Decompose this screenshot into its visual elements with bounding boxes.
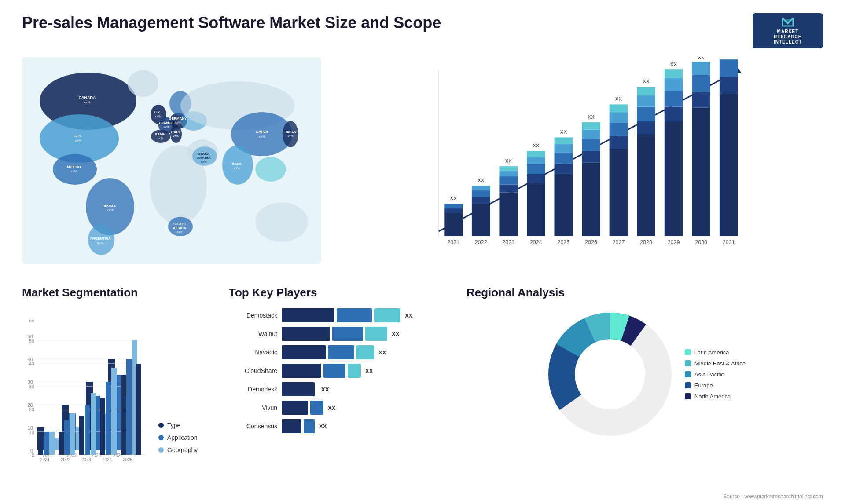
svg-text:GERMANY: GERMANY (169, 117, 187, 121)
player-value: XX (365, 368, 373, 374)
players-list: Demostack XX Walnut XX (229, 308, 449, 433)
player-value: XX (392, 331, 399, 337)
svg-rect-130 (720, 59, 738, 77)
svg-text:2026: 2026 (585, 239, 597, 245)
svg-point-24 (283, 121, 298, 147)
svg-rect-125 (692, 62, 710, 75)
bar-segment-dark (282, 382, 315, 396)
legend-label-geography: Geography (167, 446, 198, 453)
svg-text:SOUTH: SOUTH (173, 222, 186, 226)
bar-segment-dark (282, 364, 321, 378)
key-players-title: Top Key Players (229, 286, 449, 299)
legend-dot-application (158, 435, 164, 440)
player-name: Demodesk (229, 386, 277, 393)
svg-text:10: 10 (29, 430, 34, 435)
svg-rect-115 (665, 121, 683, 236)
player-bar-container: XX (282, 308, 449, 322)
svg-rect-102 (610, 136, 628, 149)
svg-rect-96 (582, 139, 600, 151)
player-name: Consensus (229, 423, 277, 430)
svg-rect-178 (49, 432, 55, 455)
svg-rect-177 (44, 436, 49, 455)
svg-text:xx%: xx% (258, 135, 265, 139)
table-row: Navattic XX (229, 345, 449, 359)
svg-rect-90 (555, 144, 573, 153)
svg-rect-75 (499, 176, 518, 185)
svg-text:2024: 2024 (102, 457, 112, 462)
growth-chart-svg: XX 2021 XX 2022 XX 2023 (339, 57, 823, 273)
player-name: Vivun (229, 404, 277, 411)
player-bar-container: XX (282, 419, 449, 433)
bar-segment-light (356, 345, 374, 359)
svg-rect-193 (126, 359, 132, 455)
bar-chart-area: XX 2021 XX 2022 XX 2023 (339, 57, 823, 273)
logo-box: MARKET RESEARCH INTELLECT (753, 13, 823, 48)
player-bar-container: XX (282, 364, 449, 378)
legend-label-type: Type (167, 422, 180, 429)
bar-segment-dark (282, 419, 301, 433)
svg-rect-188 (100, 398, 105, 455)
svg-rect-74 (499, 185, 518, 193)
svg-text:2021: 2021 (40, 457, 50, 462)
svg-rect-176 (38, 443, 43, 455)
svg-rect-88 (555, 164, 573, 174)
bar-segment-mid (337, 308, 372, 322)
bar-segment-light (374, 308, 400, 322)
segmentation-title: Market Segmentation (22, 286, 211, 299)
svg-rect-116 (665, 107, 683, 121)
legend-dot-geography (158, 447, 164, 453)
legend-item-apac: Asia Pacific (685, 371, 746, 378)
svg-rect-103 (610, 123, 628, 136)
svg-text:SAUDI: SAUDI (198, 152, 209, 156)
svg-text:2023: 2023 (81, 457, 92, 462)
player-value: XX (319, 423, 327, 430)
svg-rect-98 (582, 122, 600, 130)
svg-rect-63 (444, 208, 463, 213)
svg-text:XX: XX (505, 158, 512, 164)
svg-rect-97 (582, 130, 600, 139)
player-name: Walnut (229, 330, 277, 337)
player-name: CloudShare (229, 367, 277, 374)
svg-text:xx%: xx% (201, 160, 206, 163)
svg-rect-91 (555, 137, 573, 144)
svg-rect-180 (59, 432, 64, 455)
svg-text:XX: XX (560, 129, 567, 135)
legend-type: Type (158, 422, 211, 429)
svg-text:40: 40 (29, 361, 34, 366)
svg-rect-196 (136, 364, 141, 455)
svg-text:xx%: xx% (175, 121, 180, 124)
player-bar-container: XX (282, 382, 449, 396)
player-value: XX (378, 349, 386, 356)
svg-text:xx%: xx% (154, 115, 160, 118)
svg-rect-129 (720, 77, 738, 94)
svg-rect-83 (527, 157, 545, 164)
svg-text:2024: 2024 (530, 239, 542, 245)
svg-text:xx%: xx% (163, 125, 169, 128)
bar-segment-mid (328, 345, 354, 359)
label-europe: Europe (694, 382, 713, 389)
svg-rect-122 (692, 108, 710, 236)
svg-rect-182 (70, 413, 75, 455)
svg-rect-112 (637, 87, 655, 95)
svg-text:XX: XX (450, 196, 457, 201)
bottom-section: Market Segmentation 0 10 20 30 40 50 60 (22, 286, 823, 501)
seg-legend: Type Application Geography (158, 422, 211, 467)
svg-marker-1 (783, 19, 793, 25)
segmentation-area: Market Segmentation 0 10 20 30 40 50 60 (22, 286, 211, 501)
seg-chart-container: 0 10 20 30 40 50 60 (22, 308, 211, 467)
seg-chart-svg-2: 0 10 20 30 40 50 60 (22, 320, 150, 465)
svg-text:2030: 2030 (695, 239, 707, 245)
svg-text:FRANCE: FRANCE (159, 121, 174, 125)
legend-item-na: North America (685, 393, 746, 400)
table-row: Vivun XX (229, 401, 449, 415)
table-row: Walnut XX (229, 327, 449, 341)
legend-application: Application (158, 434, 211, 441)
svg-rect-84 (527, 151, 545, 157)
svg-rect-70 (472, 186, 490, 190)
bar-segment-light (365, 327, 387, 341)
svg-text:xx%: xx% (287, 135, 293, 138)
logo-icon (779, 17, 797, 27)
svg-rect-67 (472, 204, 490, 236)
legend-item-latin: Latin America (685, 349, 746, 356)
donut-chart-svg (544, 308, 676, 440)
